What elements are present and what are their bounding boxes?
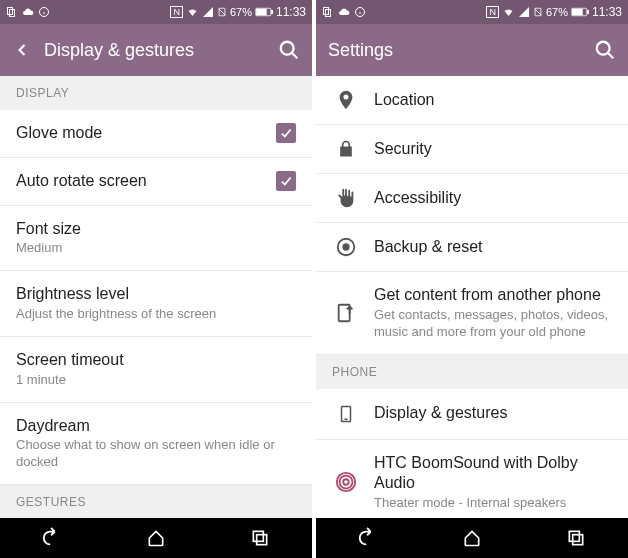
signal-icon <box>202 6 214 18</box>
row-auto-rotate[interactable]: Auto rotate screen <box>0 158 312 206</box>
row-backup-reset[interactable]: Backup & reset <box>316 223 628 272</box>
row-daydream[interactable]: Daydream Choose what to show on screen w… <box>0 403 312 486</box>
page-title: Settings <box>328 40 582 61</box>
nfc-icon: N <box>170 6 183 18</box>
nav-recent-button[interactable] <box>230 522 290 554</box>
row-title: Backup & reset <box>374 237 612 258</box>
svg-rect-12 <box>253 531 263 541</box>
row-display-gestures[interactable]: Display & gestures <box>316 389 628 440</box>
row-get-content[interactable]: Get content from another phone Get conta… <box>316 272 628 355</box>
no-sim-icon <box>533 6 543 18</box>
settings-list: Location Security Accessibility Backup &… <box>316 76 628 518</box>
row-subtitle: Choose what to show on screen when idle … <box>16 437 296 471</box>
nav-bar <box>0 518 312 558</box>
status-bar: N 67% 11:33 <box>316 0 628 24</box>
wifi-icon <box>502 6 515 18</box>
sound-icon <box>335 471 357 493</box>
info-icon <box>38 6 50 18</box>
row-title: Security <box>374 139 612 160</box>
row-title: Brightness level <box>16 284 296 305</box>
svg-rect-22 <box>587 11 589 14</box>
clock: 11:33 <box>592 5 622 19</box>
phone-left: N 67% 11:33 Display & gestures DISPLAY G… <box>0 0 312 558</box>
nav-back-button[interactable] <box>22 522 82 554</box>
row-title: Accessibility <box>374 188 612 209</box>
row-title: Auto rotate screen <box>16 171 262 192</box>
nav-home-button[interactable] <box>442 522 502 554</box>
clock: 11:33 <box>276 5 306 19</box>
nav-back-button[interactable] <box>338 522 398 554</box>
row-location[interactable]: Location <box>316 76 628 125</box>
svg-rect-35 <box>573 535 583 545</box>
cloud-icon <box>21 6 35 18</box>
row-brightness[interactable]: Brightness level Adjust the brightness o… <box>0 271 312 337</box>
section-header-phone: PHONE <box>316 355 628 389</box>
settings-list: DISPLAY Glove mode Auto rotate screen Fo… <box>0 76 312 518</box>
cloud-icon <box>337 6 351 18</box>
row-subtitle: Adjust the brightness of the screen <box>16 306 296 323</box>
svg-point-32 <box>340 476 353 489</box>
hand-icon <box>335 187 357 209</box>
row-glove-mode[interactable]: Glove mode <box>0 110 312 158</box>
row-title: Get content from another phone <box>374 285 612 306</box>
row-screen-timeout[interactable]: Screen timeout 1 minute <box>0 337 312 403</box>
phone-right: N 67% 11:33 Settings Location Security A… <box>316 0 628 558</box>
svg-rect-34 <box>569 531 579 541</box>
row-font-size[interactable]: Font size Medium <box>0 206 312 272</box>
search-icon[interactable] <box>278 39 300 61</box>
svg-line-25 <box>608 53 614 59</box>
row-subtitle: Theater mode - Internal speakers <box>374 495 612 512</box>
row-title: Display & gestures <box>374 403 612 424</box>
section-header-display: DISPLAY <box>0 76 312 110</box>
svg-point-31 <box>343 480 349 486</box>
svg-point-24 <box>597 42 610 55</box>
battery-icon <box>571 7 589 17</box>
row-title: Location <box>374 90 612 111</box>
row-subtitle: Get contacts, messages, photos, videos, … <box>374 307 612 341</box>
lock-icon <box>336 138 356 160</box>
svg-line-20 <box>535 9 542 16</box>
svg-line-6 <box>219 9 226 16</box>
battery-icon <box>255 7 273 17</box>
multitask-icon <box>6 6 18 18</box>
action-bar: Display & gestures <box>0 24 312 76</box>
nfc-icon: N <box>486 6 499 18</box>
row-security[interactable]: Security <box>316 125 628 174</box>
battery-pct: 67% <box>546 6 568 18</box>
page-title: Display & gestures <box>44 40 266 61</box>
no-sim-icon <box>217 6 227 18</box>
row-title: Daydream <box>16 416 296 437</box>
row-title: Glove mode <box>16 123 262 144</box>
row-title: HTC BoomSound with Dolby Audio <box>374 453 612 495</box>
search-icon[interactable] <box>594 39 616 61</box>
svg-point-27 <box>343 244 349 250</box>
location-icon <box>335 89 357 111</box>
display-icon <box>337 402 355 426</box>
nav-recent-button[interactable] <box>546 522 606 554</box>
nav-bar <box>316 518 628 558</box>
row-subtitle: Medium <box>16 240 296 257</box>
svg-rect-9 <box>256 9 266 15</box>
row-title: Screen timeout <box>16 350 296 371</box>
section-header-gestures: GESTURES <box>0 485 312 518</box>
checkbox[interactable] <box>276 123 296 143</box>
action-bar: Settings <box>316 24 628 76</box>
svg-point-10 <box>281 42 294 55</box>
signal-icon <box>518 6 530 18</box>
transfer-icon <box>335 302 357 324</box>
svg-rect-8 <box>271 11 273 14</box>
back-icon[interactable] <box>12 40 32 60</box>
row-subtitle: 1 minute <box>16 372 296 389</box>
wifi-icon <box>186 6 199 18</box>
multitask-icon <box>322 6 334 18</box>
checkbox[interactable] <box>276 171 296 191</box>
row-accessibility[interactable]: Accessibility <box>316 174 628 223</box>
info-icon <box>354 6 366 18</box>
status-bar: N 67% 11:33 <box>0 0 312 24</box>
svg-line-11 <box>292 53 298 59</box>
row-boomsound[interactable]: HTC BoomSound with Dolby Audio Theater m… <box>316 440 628 518</box>
battery-pct: 67% <box>230 6 252 18</box>
svg-rect-23 <box>572 9 582 15</box>
svg-rect-13 <box>257 535 267 545</box>
nav-home-button[interactable] <box>126 522 186 554</box>
